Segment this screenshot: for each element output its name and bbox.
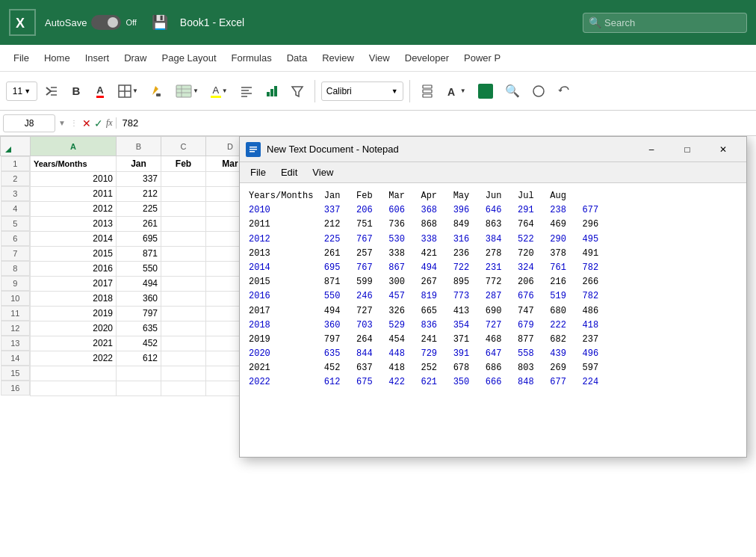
row-num-11[interactable]: 11 [1, 306, 31, 321]
np-menu-edit[interactable]: Edit [273, 164, 305, 181]
col-header-c[interactable]: C [161, 137, 206, 156]
cell-c9[interactable] [161, 276, 206, 291]
row-num-10[interactable]: 10 [1, 291, 31, 306]
notepad-content[interactable]: Years/Months Jan Feb Mar Apr May Jun Jul… [240, 183, 746, 457]
cell-c8[interactable] [161, 261, 206, 276]
cell-ref-dropdown[interactable]: ▼ [58, 119, 66, 127]
row-num-15[interactable]: 15 [1, 366, 31, 381]
menu-insert[interactable]: Insert [78, 48, 117, 68]
cell-a15[interactable] [31, 366, 117, 381]
cell-a2[interactable]: 2010 [31, 171, 117, 186]
cell-a12[interactable]: 2020 [31, 321, 117, 336]
menu-formulas[interactable]: Formulas [224, 48, 279, 68]
cell-ref-box[interactable]: J8 [3, 114, 55, 132]
cell-a16[interactable] [31, 381, 117, 396]
cell-c11[interactable] [161, 306, 206, 321]
cell-c3[interactable] [161, 186, 206, 201]
font-name-box[interactable]: Calibri ▼ [321, 81, 403, 101]
increase-indent-btn[interactable] [40, 81, 63, 102]
font-size-box[interactable]: 11 ▼ [6, 81, 37, 101]
font-color-a-btn[interactable]: A ▼ [441, 81, 471, 102]
row-num-2[interactable]: 2 [1, 171, 31, 186]
cell-a4[interactable]: 2012 [31, 201, 117, 216]
format-cells-btn[interactable] [416, 81, 439, 102]
cell-a6[interactable]: 2014 [31, 231, 117, 246]
menu-view[interactable]: View [362, 48, 397, 68]
row-num-1[interactable]: 1 [1, 156, 31, 171]
menu-pagelayout[interactable]: Page Layout [155, 48, 224, 68]
cell-b4[interactable]: 225 [117, 201, 161, 216]
minimize-btn[interactable]: – [634, 138, 669, 161]
cell-a8[interactable]: 2016 [31, 261, 117, 276]
menu-data[interactable]: Data [279, 48, 315, 68]
cell-c6[interactable] [161, 231, 206, 246]
menu-review[interactable]: Review [315, 48, 362, 68]
cell-b7[interactable]: 871 [117, 246, 161, 261]
cell-c4[interactable] [161, 201, 206, 216]
cell-a1[interactable]: Years/Months [31, 156, 117, 172]
save-icon[interactable]: 💾 [152, 14, 168, 31]
menu-home[interactable]: Home [37, 48, 78, 68]
cell-b11[interactable]: 797 [117, 306, 161, 321]
cell-b16[interactable] [117, 381, 161, 396]
row-num-12[interactable]: 12 [1, 321, 31, 336]
cell-c1[interactable]: Feb [161, 156, 206, 172]
cell-c5[interactable] [161, 216, 206, 231]
cell-b10[interactable]: 360 [117, 291, 161, 306]
cell-c2[interactable] [161, 171, 206, 186]
menu-draw[interactable]: Draw [117, 48, 154, 68]
np-menu-file[interactable]: File [243, 164, 273, 181]
cell-a9[interactable]: 2017 [31, 276, 117, 291]
highlight-color-btn[interactable]: A ▼ [206, 81, 232, 102]
cell-b3[interactable]: 212 [117, 186, 161, 201]
cell-c16[interactable] [161, 381, 206, 396]
close-btn[interactable]: ✕ [706, 138, 740, 161]
cell-a3[interactable]: 2011 [31, 186, 117, 201]
row-num-3[interactable]: 3 [1, 186, 31, 201]
cell-a10[interactable]: 2018 [31, 291, 117, 306]
row-num-7[interactable]: 7 [1, 246, 31, 261]
confirm-formula-btn[interactable]: ✓ [94, 117, 103, 129]
cell-a5[interactable]: 2013 [31, 216, 117, 231]
np-menu-view[interactable]: View [305, 164, 341, 181]
cell-a13[interactable]: 2021 [31, 336, 117, 351]
row-num-4[interactable]: 4 [1, 201, 31, 216]
chart-btn[interactable] [261, 81, 283, 102]
insert-function-btn[interactable]: fx [106, 117, 113, 129]
cell-a7[interactable]: 2015 [31, 246, 117, 261]
formula-input[interactable] [116, 117, 753, 129]
align-left-btn[interactable] [235, 81, 258, 102]
paint-format-btn[interactable] [146, 81, 168, 102]
cell-b14[interactable]: 612 [117, 351, 161, 366]
cell-b6[interactable]: 695 [117, 231, 161, 246]
fill-green-btn[interactable] [474, 81, 498, 102]
cell-c13[interactable] [161, 336, 206, 351]
cell-b1[interactable]: Jan [117, 156, 161, 172]
row-num-14[interactable]: 14 [1, 351, 31, 366]
search-input[interactable] [583, 13, 747, 33]
row-num-6[interactable]: 6 [1, 231, 31, 246]
menu-power[interactable]: Power P [456, 48, 508, 68]
row-num-16[interactable]: 16 [1, 381, 31, 396]
cell-b15[interactable] [117, 366, 161, 381]
corner-header[interactable] [1, 137, 31, 156]
row-num-9[interactable]: 9 [1, 276, 31, 291]
row-num-13[interactable]: 13 [1, 336, 31, 351]
col-header-b[interactable]: B [117, 137, 161, 156]
row-num-8[interactable]: 8 [1, 261, 31, 276]
cell-a14[interactable]: 2022 [31, 351, 117, 366]
undo-btn[interactable] [553, 81, 575, 102]
cell-c15[interactable] [161, 366, 206, 381]
conditional-format-btn[interactable]: ▼ [171, 81, 203, 102]
cell-b13[interactable]: 452 [117, 336, 161, 351]
cell-c10[interactable] [161, 291, 206, 306]
filter-btn[interactable] [286, 81, 309, 102]
cell-c7[interactable] [161, 246, 206, 261]
row-num-5[interactable]: 5 [1, 216, 31, 231]
cell-b2[interactable]: 337 [117, 171, 161, 186]
cancel-formula-btn[interactable]: ✕ [82, 117, 91, 129]
cell-b9[interactable]: 494 [117, 276, 161, 291]
font-color-btn[interactable]: A [90, 81, 111, 102]
list-icon[interactable]: ⋮ [69, 119, 79, 127]
magnify-btn[interactable]: 🔍 [501, 81, 524, 102]
